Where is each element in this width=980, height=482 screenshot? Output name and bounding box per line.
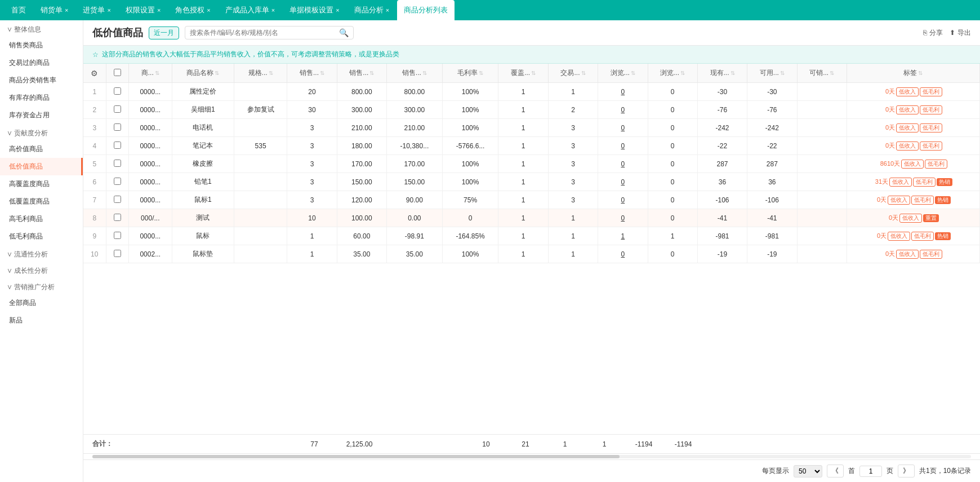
row-views-link[interactable]: 0 bbox=[621, 196, 625, 204]
nav-close-icon[interactable]: × bbox=[107, 7, 110, 14]
sidebar-group-title[interactable]: ∨ 贡献度分析 bbox=[0, 124, 83, 140]
code-col-header[interactable]: 商...⇅ bbox=[128, 64, 172, 83]
nav-item-单据模板设置[interactable]: 单据模板设置 × bbox=[283, 0, 346, 20]
row-views-link[interactable]: 0 bbox=[621, 214, 625, 222]
row-checkbox-input[interactable] bbox=[114, 141, 121, 149]
nav-item-进货单[interactable]: 进货单 × bbox=[76, 0, 117, 20]
sidebar-group-title[interactable]: ∨ 整体信息 bbox=[0, 20, 83, 37]
row-sales-avg: 0.00 bbox=[387, 209, 443, 227]
row-views-link[interactable]: 0 bbox=[621, 178, 625, 186]
nav-close-icon[interactable]: × bbox=[386, 7, 389, 14]
row-checkbox-input[interactable] bbox=[114, 196, 121, 203]
sidebar-item-新品[interactable]: 新品 bbox=[0, 312, 83, 329]
views2-col-header[interactable]: 浏览...⇅ bbox=[648, 64, 697, 83]
sidebar-item-全部商品[interactable]: 全部商品 bbox=[0, 294, 83, 312]
scrollbar-thumb[interactable] bbox=[92, 455, 620, 458]
sidebar-item-库存资金占用[interactable]: 库存资金占用 bbox=[0, 107, 83, 124]
sales-qty-col-header[interactable]: 销售...⇅ bbox=[287, 64, 337, 83]
sidebar-item-低价值商品[interactable]: 低价值商品 bbox=[0, 158, 83, 175]
share-button[interactable]: ⎘ 分享 bbox=[923, 28, 943, 38]
row-views1: 0 bbox=[598, 173, 648, 191]
row-coverage: 1 bbox=[498, 119, 548, 137]
label-col-header[interactable]: 标签⇅ bbox=[847, 64, 979, 83]
header-row: ⚙ 商...⇅ 商品名称⇅ 规格...⇅ 销售...⇅ 销售...⇅ 销售...… bbox=[83, 64, 980, 83]
views1-col-header[interactable]: 浏览...⇅ bbox=[598, 64, 648, 83]
trade-col-header[interactable]: 交易...⇅ bbox=[548, 64, 598, 83]
first-page-button[interactable]: 《 bbox=[827, 465, 844, 477]
stock1-col-header[interactable]: 现有...⇅ bbox=[697, 64, 747, 83]
search-input[interactable] bbox=[190, 29, 336, 37]
nav-item-销货单[interactable]: 销货单 × bbox=[34, 0, 75, 20]
page-number-input[interactable] bbox=[859, 466, 882, 477]
spec-col-header[interactable]: 规格...⇅ bbox=[234, 64, 287, 83]
period-tag[interactable]: 近一月 bbox=[149, 26, 179, 39]
sidebar-item-高价值商品[interactable]: 高价值商品 bbox=[0, 140, 83, 158]
available-col-header[interactable]: 可用...⇅ bbox=[747, 64, 797, 83]
row-views-link[interactable]: 1 bbox=[621, 232, 625, 240]
select-all-checkbox[interactable] bbox=[114, 69, 121, 76]
row-days: 0天 bbox=[885, 124, 895, 131]
nav-close-icon[interactable]: × bbox=[271, 7, 275, 14]
row-checkbox-input[interactable] bbox=[114, 87, 121, 95]
nav-item-角色授权[interactable]: 角色授权 × bbox=[168, 0, 217, 20]
sidebar-item-低毛利商品[interactable]: 低毛利商品 bbox=[0, 228, 83, 245]
row-views-link[interactable]: 0 bbox=[621, 124, 625, 132]
nav-close-icon[interactable]: × bbox=[207, 7, 210, 14]
sidebar-item-高覆盖度商品[interactable]: 高覆盖度商品 bbox=[0, 175, 83, 193]
row-trade: 1 bbox=[548, 209, 598, 227]
row-sales-avg: 170.00 bbox=[387, 155, 443, 173]
nav-close-icon[interactable]: × bbox=[336, 7, 339, 14]
check-col-header[interactable] bbox=[106, 64, 128, 83]
row-views-link[interactable]: 0 bbox=[621, 106, 625, 114]
gear-col-header[interactable]: ⚙ bbox=[83, 64, 106, 83]
row-views-link[interactable]: 0 bbox=[621, 142, 625, 150]
sidebar-group-title[interactable]: ∨ 成长性分析 bbox=[0, 262, 83, 278]
row-checkbox-input[interactable] bbox=[114, 160, 121, 167]
sidebar-group-title[interactable]: ∨ 营销推广分析 bbox=[0, 278, 83, 294]
name-col-header[interactable]: 商品名称⇅ bbox=[172, 64, 234, 83]
nav-close-icon[interactable]: × bbox=[65, 7, 68, 14]
sidebar-item-高毛利商品[interactable]: 高毛利商品 bbox=[0, 210, 83, 228]
sidebar-item-销售类商品[interactable]: 销售类商品 bbox=[0, 37, 83, 54]
per-page-select[interactable]: 50 20 100 bbox=[794, 465, 822, 477]
margin-col-header[interactable]: 毛利率⇅ bbox=[442, 64, 498, 83]
row-checkbox bbox=[106, 101, 128, 119]
row-tags: 0天低收入低毛利 bbox=[847, 137, 979, 155]
last-page-button[interactable]: 》 bbox=[898, 465, 915, 477]
nav-item-产成品入库单[interactable]: 产成品入库单 × bbox=[219, 0, 282, 20]
row-checkbox-input[interactable] bbox=[114, 105, 121, 113]
nav-item-权限设置[interactable]: 权限设置 × bbox=[119, 0, 167, 20]
sales-avg-col-header[interactable]: 销售...⇅ bbox=[387, 64, 443, 83]
sidebar-item-有库存的商品[interactable]: 有库存的商品 bbox=[0, 89, 83, 107]
row-checkbox-input[interactable] bbox=[114, 214, 121, 221]
nav-item-商品分析列表[interactable]: 商品分析列表 bbox=[397, 0, 455, 20]
row-views-link[interactable]: 0 bbox=[621, 160, 625, 168]
sidebar-item-商品分类销售率[interactable]: 商品分类销售率 bbox=[0, 72, 83, 89]
row-coverage: 1 bbox=[498, 209, 548, 227]
header-bar: 低价值商品 近一月 🔍 ⎘ 分享 ⬆ 导出 bbox=[83, 20, 980, 46]
row-margin: 100% bbox=[442, 155, 498, 173]
row-views-link[interactable]: 0 bbox=[621, 250, 625, 258]
row-code: 000/... bbox=[128, 209, 172, 227]
row-checkbox-input[interactable] bbox=[114, 232, 121, 239]
row-views-link[interactable]: 0 bbox=[621, 88, 625, 96]
nav-item-首页[interactable]: 首页 bbox=[5, 0, 33, 20]
row-checkbox-input[interactable] bbox=[114, 250, 121, 257]
row-checkbox-input[interactable] bbox=[114, 178, 121, 185]
nav-close-icon[interactable]: × bbox=[157, 7, 161, 14]
page-suffix: 页 bbox=[887, 466, 893, 476]
row-days: 31天 bbox=[875, 178, 888, 185]
row-checkbox-input[interactable] bbox=[114, 123, 121, 131]
sidebar-item-低覆盖度商品[interactable]: 低覆盖度商品 bbox=[0, 193, 83, 210]
saleable-col-header[interactable]: 可销...⇅ bbox=[797, 64, 847, 83]
row-tag: 重置 bbox=[923, 214, 939, 222]
row-code: 0000... bbox=[128, 191, 172, 209]
row-tag: 低毛利 bbox=[920, 87, 942, 96]
sales-amt-col-header[interactable]: 销售...⇅ bbox=[337, 64, 386, 83]
sidebar-item-交易过的商品[interactable]: 交易过的商品 bbox=[0, 54, 83, 72]
footer-sales-qty: 77 bbox=[292, 440, 337, 448]
coverage-col-header[interactable]: 覆盖...⇅ bbox=[498, 64, 548, 83]
nav-item-商品分析[interactable]: 商品分析 × bbox=[348, 0, 396, 20]
sidebar-group-title[interactable]: ∨ 流通性分析 bbox=[0, 245, 83, 262]
export-button[interactable]: ⬆ 导出 bbox=[950, 28, 971, 38]
